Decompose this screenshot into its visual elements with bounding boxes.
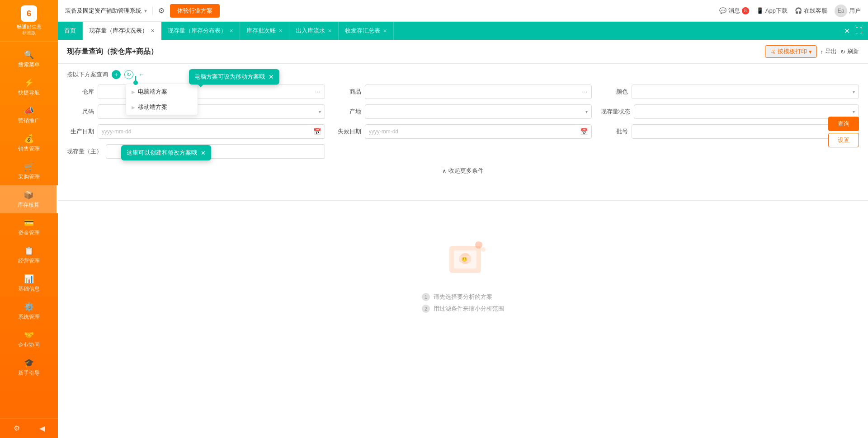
gear-icon[interactable]: ⚙ [158, 6, 165, 15]
tab-inventory-status[interactable]: 现存量（库存状况表） ✕ [83, 22, 161, 40]
export-btn[interactable]: ↑ 导出 [821, 47, 837, 56]
basic-info-icon: 📊 [24, 274, 34, 284]
page-header: 现存量查询（按仓库+商品） 🖨 按模板打印 ▾ ↑ 导出 ↻ 刷新 [58, 40, 868, 64]
empty-step-2: 2 用过滤条件来缩小分析范围 [422, 303, 504, 315]
prod-date-label: 生产日期 [67, 127, 94, 136]
stock-status-select[interactable]: ▾ [634, 104, 859, 119]
template-print-btn[interactable]: 🖨 按模板打印 ▾ [765, 45, 817, 58]
collapse-up-icon: ∧ [442, 168, 447, 174]
batch-input[interactable] [632, 124, 859, 139]
scheme-tooltip: 电脑方案可设为移动方案哦 ✕ [189, 69, 279, 85]
sidebar-item-operations[interactable]: 📋 经营管理 [0, 241, 58, 269]
sidebar-item-finance[interactable]: 💳 资金管理 [0, 213, 58, 241]
tab-inventory-dist[interactable]: 现存量（库存分布表） ✕ [161, 22, 240, 40]
tab-inout-flow[interactable]: 出入库流水 ✕ [289, 22, 339, 40]
headset-icon: 🎧 [795, 7, 802, 14]
sidebar-item-label: 系统管理 [18, 313, 40, 321]
online-support-btn[interactable]: 🎧 在线客服 [795, 7, 827, 15]
search-btn[interactable]: 查询 [828, 117, 859, 131]
sidebar-item-enterprise[interactable]: 🤝 企业协同 [0, 325, 58, 353]
origin-dropdown-arrow: ▾ [585, 109, 588, 114]
user-menu[interactable]: Ea 用户 [835, 5, 861, 17]
page-actions: 🖨 按模板打印 ▾ ↑ 导出 ↻ 刷新 [765, 45, 859, 58]
empty-state: 😶 1 请先选择要分析的方案 2 用过滤条件来缩小分析范围 [58, 201, 868, 351]
collapse-more-conditions-btn[interactable]: ∧ 收起更多条件 [437, 164, 489, 178]
expire-date-picker[interactable]: yyyy-mm-dd 📅 [365, 124, 592, 139]
close-tab-inout-flow[interactable]: ✕ [328, 28, 332, 34]
close-tab-batch-account[interactable]: ✕ [278, 28, 283, 34]
sidebar-item-search-menu[interactable]: 🔍 搜索菜单 [0, 45, 58, 73]
svg-point-5 [475, 241, 482, 249]
filter-field-stock-status: 现存量状态 ▾ [601, 104, 859, 119]
sidebar-item-purchase[interactable]: 🛒 采购管理 [0, 157, 58, 185]
refresh-btn[interactable]: ↻ 刷新 [840, 47, 859, 56]
collapse-sidebar-btn[interactable]: ◀ [39, 424, 45, 433]
scheme-tooltip-close-btn[interactable]: ✕ [269, 73, 274, 80]
sidebar-item-label: 采购管理 [18, 173, 40, 181]
back-scheme-btn[interactable]: ← [137, 70, 146, 79]
industry-btn[interactable]: 体验行业方案 [170, 4, 220, 18]
sidebar: 6 畅通好生意 标准版 🔍 搜索菜单 ⚡ 快捷导航 📣 营销推广 💰 销售管理 … [0, 0, 58, 438]
message-icon: 💬 [719, 7, 726, 14]
sidebar-item-marketing[interactable]: 📣 营销推广 [0, 101, 58, 129]
sidebar-item-label: 基础信息 [18, 285, 40, 293]
sidebar-item-label: 企业协同 [18, 341, 40, 349]
sidebar-item-label: 搜索菜单 [18, 61, 40, 69]
guide-icon: 🎓 [24, 358, 34, 368]
marketing-icon: 📣 [24, 106, 34, 116]
topbar: 装备及固定资产辅助管理系统 ▾ ⚙ 体验行业方案 💬 消息 8 📱 App下载 … [58, 0, 868, 22]
color-select[interactable]: ▾ [632, 85, 859, 99]
print-icon: 🖨 [770, 48, 776, 55]
add-scheme-btn[interactable]: + [112, 70, 121, 79]
refresh-scheme-btn[interactable]: ↻ [124, 70, 133, 79]
sidebar-item-guide[interactable]: 🎓 新手引导 [0, 353, 58, 381]
settings-bottom-btn[interactable]: ⚙ [14, 424, 20, 433]
page-title: 现存量查询（按仓库+商品） [67, 47, 158, 57]
refresh-icon: ↻ [840, 48, 845, 55]
close-tab-inventory-dist[interactable]: ✕ [229, 28, 233, 34]
message-btn[interactable]: 💬 消息 8 [719, 7, 749, 15]
sidebar-nav: 🔍 搜索菜单 ⚡ 快捷导航 📣 营销推广 💰 销售管理 🛒 采购管理 📦 库存核… [0, 42, 58, 418]
sidebar-item-label: 销售管理 [18, 145, 40, 153]
stock-status-label: 现存量状态 [601, 108, 630, 116]
sidebar-item-quick-nav[interactable]: ⚡ 快捷导航 [0, 73, 58, 101]
scheme-edit-tooltip-close-btn[interactable]: ✕ [201, 150, 206, 156]
prod-date-calendar-icon: 📅 [313, 128, 321, 135]
stock-main-label: 现存量（主） [67, 147, 102, 155]
set-btn[interactable]: 设置 [828, 133, 859, 147]
main-area: 装备及固定资产辅助管理系统 ▾ ⚙ 体验行业方案 💬 消息 8 📱 App下载 … [58, 0, 868, 438]
sidebar-item-sales[interactable]: 💰 销售管理 [0, 129, 58, 157]
sidebar-item-system[interactable]: ⚙️ 系统管理 [0, 297, 58, 325]
app-download-btn[interactable]: 📱 App下载 [756, 7, 788, 15]
user-avatar: Ea [835, 5, 847, 17]
message-badge: 8 [742, 7, 749, 14]
tab-summary[interactable]: 收发存汇总表 ✕ [339, 22, 394, 40]
filter-field-goods: 商品 ··· [334, 85, 592, 99]
tab-batch-account[interactable]: 库存批次账 ✕ [240, 22, 289, 40]
close-tab-summary[interactable]: ✕ [383, 28, 387, 34]
tab-home[interactable]: 首页 [58, 22, 83, 40]
sidebar-item-inventory[interactable]: 📦 库存核算 [0, 185, 58, 213]
svg-point-6 [481, 247, 486, 252]
origin-select[interactable]: ▾ [365, 104, 592, 119]
prod-date-picker[interactable]: yyyy-mm-dd 📅 [98, 124, 325, 139]
expand-tabs-btn[interactable]: ⛶ [854, 25, 864, 37]
collapse-btn-row: ∧ 收起更多条件 [67, 164, 859, 178]
expire-date-label: 失效日期 [334, 127, 361, 136]
batch-label: 批号 [601, 127, 628, 136]
system-name[interactable]: 装备及固定资产辅助管理系统 ▾ [65, 7, 147, 15]
goods-select[interactable]: ··· [365, 85, 592, 99]
close-all-tabs-btn[interactable]: ✕ [842, 25, 852, 37]
filter-label-row: 按以下方案查询 + ↻ ← [67, 70, 859, 79]
sidebar-item-label: 快捷导航 [18, 89, 40, 97]
close-tab-inventory-status[interactable]: ✕ [151, 28, 155, 34]
filter-field-color: 颜色 ▾ [601, 85, 859, 99]
step-num-1: 1 [422, 293, 430, 301]
scheme-edit-tooltip: 这里可以创建和修改方案哦 ✕ [121, 145, 211, 160]
expire-date-calendar-icon: 📅 [580, 128, 588, 135]
scheme-desktop[interactable]: ▶ 电脑端方案 [126, 84, 198, 99]
scheme-mobile[interactable]: ▶ 移动端方案 [126, 99, 198, 115]
filter-field-origin: 产地 ▾ [334, 104, 592, 119]
filter-label: 按以下方案查询 [67, 71, 108, 79]
sidebar-item-basic-info[interactable]: 📊 基础信息 [0, 269, 58, 297]
